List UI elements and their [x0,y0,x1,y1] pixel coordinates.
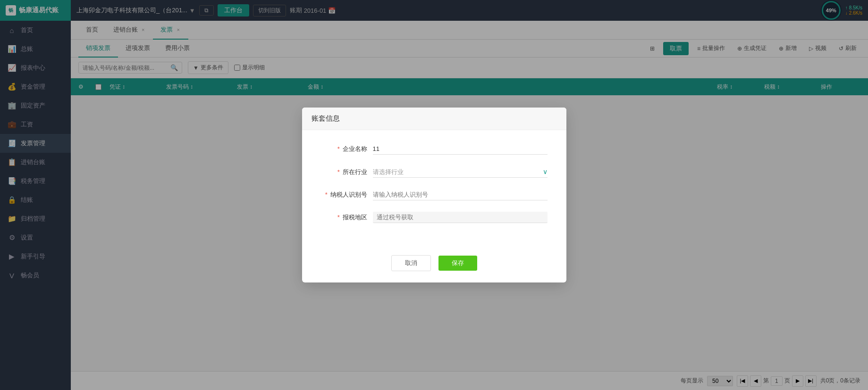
tax-id-label: * 纳税人识别号 [321,191,373,199]
industry-select-wrapper: 请选择行业 ∨ [373,166,548,178]
save-button[interactable]: 保存 [438,256,477,271]
industry-dropdown-arrow: ∨ [543,168,548,175]
modal-title: 账套信息 [312,114,340,122]
company-name-row: * 企业名称 [321,143,548,155]
cancel-button[interactable]: 取消 [391,255,431,271]
tax-id-input[interactable] [373,189,548,200]
modal-overlay: 账套信息 * 企业名称 * 所在行业 请选择行业 [0,0,868,390]
company-name-required: * [337,145,340,152]
industry-label: * 所在行业 [321,168,373,176]
industry-required: * [337,168,340,175]
region-row: * 报税地区 [321,212,548,223]
company-name-label: * 企业名称 [321,145,373,153]
company-name-input[interactable] [373,143,548,155]
modal-header: 账套信息 [302,108,566,130]
industry-select[interactable]: 请选择行业 [373,168,543,175]
region-required: * [337,214,340,221]
tax-id-row: * 纳税人识别号 [321,189,548,200]
modal-body: * 企业名称 * 所在行业 请选择行业 ∨ [302,130,566,248]
tax-id-required: * [325,191,328,198]
account-info-modal: 账套信息 * 企业名称 * 所在行业 请选择行业 [302,108,566,282]
modal-footer: 取消 保存 [302,248,566,282]
industry-row: * 所在行业 请选择行业 ∨ [321,166,548,178]
region-input [373,212,548,223]
region-label: * 报税地区 [321,213,373,222]
